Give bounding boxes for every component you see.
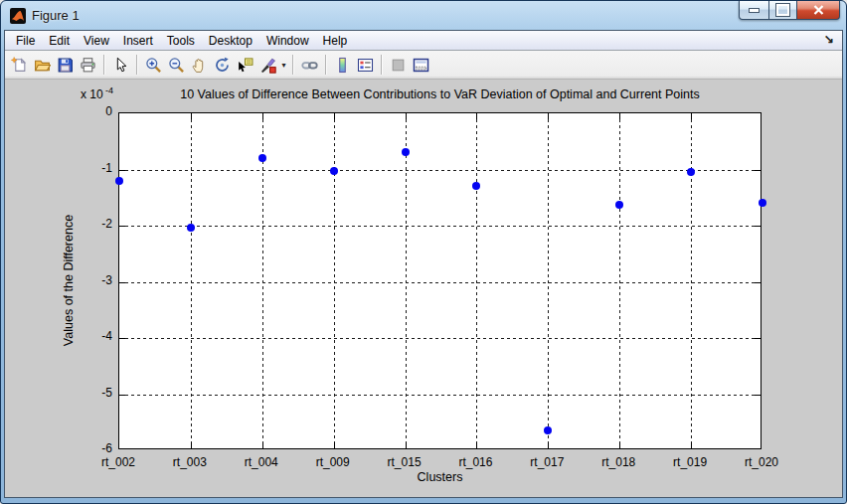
data-cursor-button[interactable]	[234, 54, 256, 77]
y-tick-mark	[755, 395, 761, 396]
zoom-out-icon	[168, 57, 185, 74]
zoom-out-button[interactable]	[165, 54, 188, 77]
x-gridline	[548, 113, 549, 448]
dock-figure-arrow-icon[interactable]: ↘	[824, 32, 834, 46]
y-tick-mark	[119, 282, 125, 283]
minimize-icon	[749, 8, 760, 13]
data-point	[258, 154, 266, 162]
y-tick-label: -3	[71, 273, 112, 287]
menu-item-edit[interactable]: Edit	[42, 33, 77, 49]
x-tick-mark	[476, 113, 477, 119]
y-tick-mark	[755, 338, 761, 339]
x-tick-mark	[476, 442, 477, 448]
pan-button[interactable]	[188, 54, 211, 77]
x-tick-label: rt_018	[583, 455, 654, 469]
minimize-button[interactable]	[739, 1, 769, 20]
y-gridline	[119, 338, 761, 339]
x-tick-mark	[334, 442, 335, 448]
window-title: Figure 1	[32, 8, 80, 23]
title-bar[interactable]: Figure 1	[4, 1, 843, 30]
x-tick-mark	[191, 442, 192, 448]
brush-data-button[interactable]	[256, 54, 279, 77]
pan-icon	[191, 57, 208, 74]
x-tick-label: rt_003	[154, 455, 226, 469]
zoom-in-button[interactable]	[142, 54, 165, 77]
toolbar-separator	[325, 55, 327, 75]
figure-window: Figure 1 FileEditViewInsertToolsDesktopW…	[0, 0, 847, 504]
brush-data-icon	[259, 57, 276, 74]
plot-area[interactable]	[118, 112, 762, 449]
y-tick-label: -6	[71, 441, 112, 455]
menu-item-help[interactable]: Help	[316, 33, 355, 49]
x-tick-mark	[619, 442, 620, 448]
menu-item-desktop[interactable]: Desktop	[202, 33, 259, 49]
x-gridline	[334, 113, 335, 448]
toolbar-separator	[292, 55, 294, 75]
data-point	[687, 168, 695, 176]
x-tick-label: rt_009	[297, 455, 369, 469]
data-point	[544, 426, 552, 434]
matlab-icon	[10, 8, 26, 24]
new-figure-button[interactable]	[8, 54, 31, 77]
y-tick-mark	[755, 170, 761, 171]
hide-plot-tools-button[interactable]	[387, 54, 410, 77]
x-tick-label: rt_020	[726, 455, 797, 469]
y-tick-mark	[119, 338, 125, 339]
menu-item-insert[interactable]: Insert	[116, 33, 160, 49]
data-point	[330, 167, 338, 175]
x-tick-mark	[191, 113, 192, 119]
insert-colorbar-icon	[334, 57, 351, 74]
brush-dropdown-caret[interactable]: ▾	[279, 61, 288, 70]
insert-colorbar-button[interactable]	[331, 54, 354, 77]
figure-toolbar: ▾	[5, 51, 842, 80]
y-gridline	[119, 395, 761, 396]
menu-item-window[interactable]: Window	[259, 33, 316, 49]
menu-item-view[interactable]: View	[77, 33, 116, 49]
x-tick-mark	[262, 113, 263, 119]
rotate-3d-button[interactable]	[211, 54, 234, 77]
insert-legend-icon	[357, 57, 374, 74]
figure-canvas: 10 Values of Difference Between Contribu…	[5, 80, 842, 497]
x-axis-label: Clusters	[118, 470, 762, 484]
x-tick-mark	[619, 113, 620, 119]
menu-item-tools[interactable]: Tools	[160, 33, 202, 49]
toolbar-separator	[136, 55, 138, 75]
x-tick-mark	[548, 442, 549, 448]
chart-title: 10 Values of Difference Between Contribu…	[118, 87, 762, 101]
y-gridline	[119, 282, 761, 283]
data-point	[187, 224, 195, 232]
show-plot-tools-dock-button[interactable]	[410, 54, 432, 77]
x-tick-label: rt_002	[83, 455, 154, 469]
menu-bar: FileEditViewInsertToolsDesktopWindowHelp…	[5, 31, 842, 51]
close-button[interactable]	[797, 1, 840, 20]
data-point	[115, 177, 123, 185]
save-figure-button[interactable]	[54, 54, 77, 77]
zoom-in-icon	[145, 57, 162, 74]
y-tick-label: -2	[71, 217, 112, 231]
edit-plot-icon	[112, 57, 129, 74]
data-point	[402, 148, 410, 156]
x-tick-mark	[691, 442, 692, 448]
save-figure-icon	[57, 57, 74, 74]
link-plot-button[interactable]	[298, 54, 321, 77]
hide-plot-tools-icon	[390, 57, 407, 74]
y-tick-mark	[119, 170, 125, 171]
y-tick-mark	[119, 395, 125, 396]
open-file-button[interactable]	[31, 54, 54, 77]
x-tick-label: rt_004	[226, 455, 297, 469]
x-tick-label: rt_017	[511, 455, 583, 469]
print-figure-button[interactable]	[77, 54, 99, 77]
link-plot-icon	[301, 57, 318, 74]
x-gridline	[619, 113, 620, 448]
edit-plot-button[interactable]	[109, 54, 132, 77]
maximize-button[interactable]	[769, 1, 797, 20]
x-tick-mark	[548, 113, 549, 119]
menu-item-file[interactable]: File	[9, 33, 42, 49]
client-area: FileEditViewInsertToolsDesktopWindowHelp…	[4, 30, 843, 498]
show-plot-tools-dock-icon	[413, 57, 429, 74]
data-point	[472, 182, 480, 190]
insert-legend-button[interactable]	[354, 54, 377, 77]
x-tick-mark	[406, 442, 407, 448]
x-tick-label: rt_019	[654, 455, 726, 469]
new-figure-icon	[11, 57, 28, 74]
